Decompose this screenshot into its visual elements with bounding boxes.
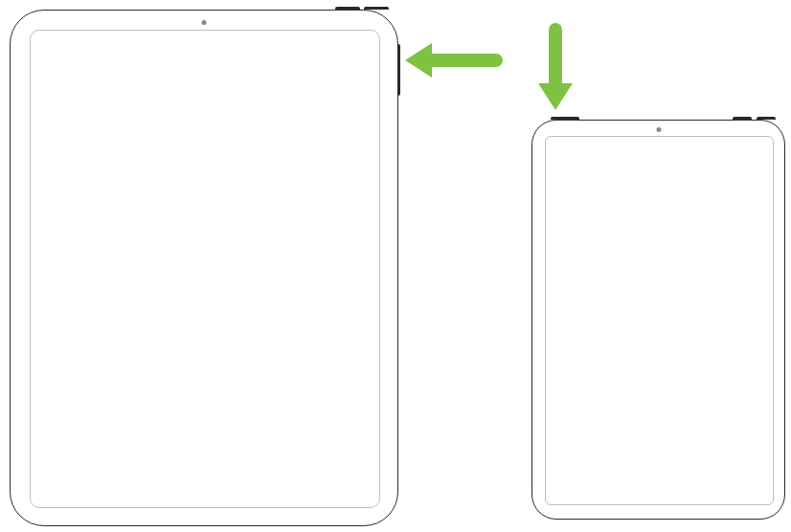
ipad-screen	[30, 30, 380, 508]
ipad-body	[10, 10, 398, 526]
arrow-head-icon	[538, 83, 573, 110]
ipad-screen	[545, 136, 774, 505]
front-camera-icon	[656, 127, 661, 132]
ipad-body	[531, 120, 785, 520]
arrow-shaft-icon	[426, 54, 503, 67]
ipad-small-device	[531, 120, 785, 521]
ipad-large-device	[10, 10, 402, 526]
arrow-shaft-icon	[549, 23, 562, 90]
front-camera-icon	[202, 20, 207, 25]
